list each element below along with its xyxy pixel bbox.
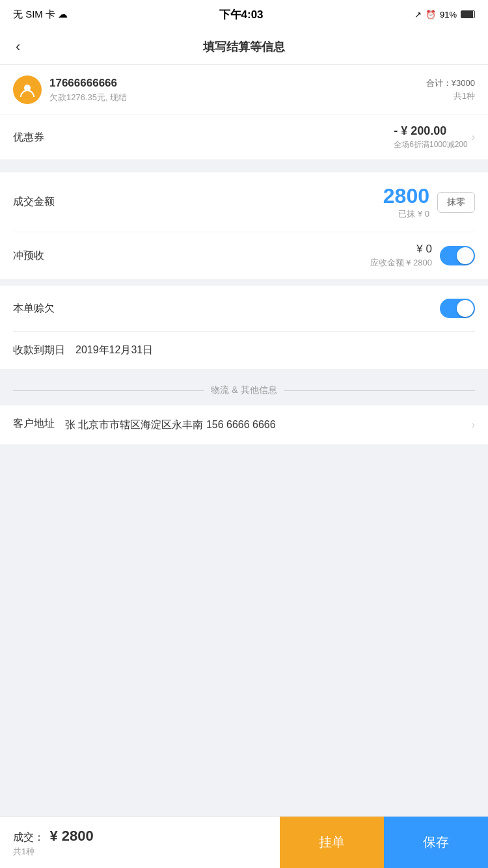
debt-label: 本单赊欠	[13, 302, 55, 316]
logistics-divider: 物流 & 其他信息	[0, 375, 488, 405]
prepay-label: 冲预收	[13, 249, 44, 263]
separator-2	[0, 279, 488, 286]
save-button[interactable]: 保存	[384, 817, 488, 868]
customer-info: 17666666666 欠款1276.35元, 现结	[49, 77, 127, 103]
page-title: 填写结算等信息	[203, 39, 285, 55]
customer-sub: 欠款1276.35元, 现结	[49, 92, 127, 103]
prepay-amounts: ¥ 0 应收金额 ¥ 2800	[370, 243, 432, 269]
customer-total: 合计：¥3000 共1种	[426, 77, 475, 102]
customer-section: 17666666666 欠款1276.35元, 现结 合计：¥3000 共1种 …	[0, 65, 488, 159]
amount-label: 成交金额	[13, 195, 55, 209]
avatar	[13, 75, 42, 104]
alarm-icon: ⏰	[426, 10, 436, 20]
bottom-buttons: 挂单 保存	[280, 817, 488, 868]
due-label: 收款到期日	[13, 344, 65, 357]
address-label: 客户地址	[13, 417, 55, 431]
address-row[interactable]: 客户地址 张 北京市市辖区海淀区永丰南 156 6666 6666 ›	[13, 405, 475, 444]
bottom-count: 共1种	[13, 846, 267, 858]
coupon-row[interactable]: 优惠券 - ¥ 200.00 全场6折满1000减200 ›	[0, 115, 488, 159]
total-label: 合计：¥3000	[426, 77, 475, 89]
due-value: 2019年12月31日	[75, 344, 153, 357]
status-time: 下午4:03	[219, 7, 264, 22]
status-left: 无 SIM 卡 ☁	[13, 8, 68, 21]
coupon-desc: 全场6折满1000减200	[394, 139, 467, 150]
customer-phone: 17666666666	[49, 77, 127, 90]
debt-section: 本单赊欠 收款到期日 2019年12月31日	[0, 286, 488, 369]
divider-line-left	[13, 390, 204, 391]
battery-text: 91%	[440, 10, 457, 20]
amount-right: 2800 已抹 ¥ 0 抹零	[383, 184, 475, 220]
total-count: 共1种	[426, 90, 475, 102]
prepay-toggle[interactable]	[440, 246, 475, 265]
debt-toggle[interactable]	[440, 299, 475, 318]
hang-button[interactable]: 挂单	[280, 817, 384, 868]
amount-sub: 已抹 ¥ 0	[383, 208, 429, 220]
due-date-row: 收款到期日 2019年12月31日	[13, 332, 475, 369]
bottom-bar: 成交： ¥ 2800 共1种 挂单 保存	[0, 816, 488, 868]
amount-value: 2800	[383, 184, 429, 208]
prepay-row: 冲预收 ¥ 0 应收金额 ¥ 2800	[13, 232, 475, 279]
prepay-right: ¥ 0 应收金额 ¥ 2800	[370, 243, 475, 269]
chevron-right-icon: ›	[472, 131, 475, 143]
bottom-spacer	[0, 451, 488, 581]
address-chevron-icon: ›	[472, 419, 475, 431]
prepay-sub: 应收金额 ¥ 2800	[370, 257, 432, 269]
debt-row: 本单赊欠	[13, 286, 475, 332]
bottom-deal-label: 成交：	[13, 832, 44, 843]
toggle-knob	[457, 247, 474, 264]
separator-1	[0, 166, 488, 172]
coupon-discount: - ¥ 200.00	[394, 124, 467, 138]
prepay-value: ¥ 0	[370, 243, 432, 256]
amount-section: 成交金额 2800 已抹 ¥ 0 抹零 冲预收 ¥ 0 应收金额 ¥ 2800	[0, 172, 488, 279]
round-button[interactable]: 抹零	[437, 192, 475, 213]
bottom-deal-line: 成交： ¥ 2800	[13, 828, 267, 845]
coupon-detail: - ¥ 200.00 全场6折满1000减200	[394, 124, 467, 150]
bottom-summary: 成交： ¥ 2800 共1种	[0, 828, 280, 858]
location-icon: ↗	[414, 10, 422, 20]
coupon-right: - ¥ 200.00 全场6折满1000减200 ›	[394, 124, 475, 150]
divider-line-right	[284, 390, 475, 391]
address-section: 客户地址 张 北京市市辖区海淀区永丰南 156 6666 6666 ›	[0, 405, 488, 444]
status-right: ↗ ⏰ 91%	[414, 10, 475, 20]
sim-text: 无 SIM 卡 ☁	[13, 8, 68, 21]
address-value: 张 北京市市辖区海淀区永丰南 156 6666 6666	[65, 417, 472, 433]
battery-icon	[461, 10, 475, 18]
customer-left: 17666666666 欠款1276.35元, 现结	[13, 75, 127, 104]
amount-detail: 2800 已抹 ¥ 0	[383, 184, 429, 220]
debt-toggle-knob	[457, 300, 474, 317]
bottom-deal-amount: ¥ 2800	[49, 828, 93, 844]
logistics-text: 物流 & 其他信息	[211, 385, 277, 396]
nav-bar: ‹ 填写结算等信息	[0, 29, 488, 65]
back-button[interactable]: ‹	[10, 33, 25, 61]
status-bar: 无 SIM 卡 ☁ 下午4:03 ↗ ⏰ 91%	[0, 0, 488, 29]
customer-row: 17666666666 欠款1276.35元, 现结 合计：¥3000 共1种	[0, 65, 488, 115]
coupon-label: 优惠券	[13, 131, 44, 144]
amount-row: 成交金额 2800 已抹 ¥ 0 抹零	[13, 172, 475, 232]
